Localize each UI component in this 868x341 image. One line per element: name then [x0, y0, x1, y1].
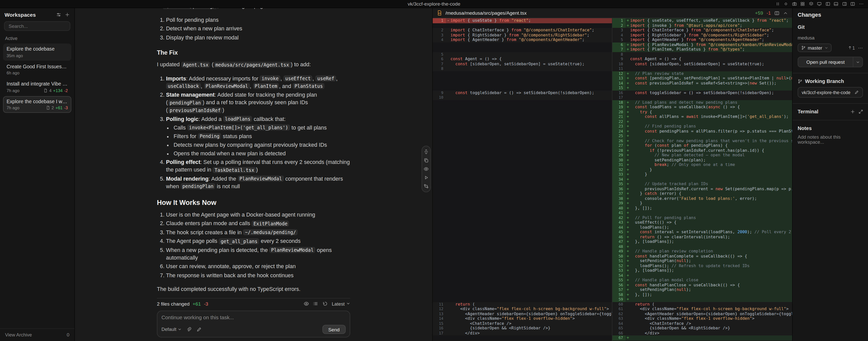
- pr-options-caret[interactable]: [853, 57, 862, 67]
- diff-line: 24+ const pendingPlans = allPlans.filter…: [612, 129, 792, 133]
- open-pull-request-button[interactable]: Open pull request: [798, 57, 863, 67]
- diff-line: 9const Agent = () => {: [612, 57, 792, 61]
- diff-line: 58+ }, []);: [612, 292, 792, 297]
- diff-line: 21+ const allPlans = await invoke<PlanIt…: [612, 114, 792, 119]
- sub-list-item: Filters for Pending status plans: [174, 132, 350, 140]
- stack-icon[interactable]: [809, 2, 813, 6]
- diff-filler-line: [433, 244, 612, 249]
- settings-icon[interactable]: [56, 12, 61, 17]
- chevron-down-icon: [824, 46, 828, 50]
- diff-line: 30+ setPendingPlan(plan);: [612, 158, 792, 162]
- files-changed-label[interactable]: 2 files changed: [157, 301, 190, 306]
- inline-code: Agent.tsx: [181, 61, 210, 67]
- message-composer[interactable]: Continue working on this task... Default…: [157, 311, 350, 337]
- diff-line: 67+: [612, 335, 792, 340]
- play-icon[interactable]: [424, 175, 429, 180]
- edit-icon[interactable]: [196, 327, 202, 332]
- eye-icon[interactable]: [424, 166, 429, 172]
- workspace-item[interactable]: Install and integrate Vibe Kanban Web...…: [3, 79, 71, 95]
- diff-line: 53+ }, [loadPlans]);: [612, 268, 792, 273]
- panel-bottom-icon[interactable]: [834, 2, 838, 6]
- inline-code: medusa/src/pages/Agent.tsx: [214, 61, 291, 67]
- branch-selector[interactable]: master: [798, 43, 832, 52]
- list-icon[interactable]: [313, 301, 318, 306]
- diff-line: 66 </div>: [612, 331, 792, 335]
- diff-filler-line: [433, 268, 612, 273]
- window-title: vk/3ccf-explore-the-code: [408, 1, 460, 7]
- chat-transcript[interactable]: npm run build 2>&1 | tail -80The build c…: [75, 8, 432, 298]
- diff-filler-line: [433, 283, 612, 287]
- camera-icon[interactable]: [792, 2, 797, 6]
- diff-filler-line: [433, 42, 612, 47]
- diff-editor[interactable]: 1-import { useState } from "react";2impo…: [433, 18, 792, 341]
- record-icon[interactable]: [783, 2, 788, 6]
- workspace-meta: 6h ago: [7, 70, 68, 75]
- undo-icon[interactable]: [322, 301, 328, 306]
- list-item: Poll for pending plans: [166, 16, 350, 24]
- diff-filler-line: [433, 143, 612, 148]
- unfold-icon[interactable]: [424, 149, 429, 154]
- diff-line: 20+ try {: [612, 110, 792, 114]
- list-item: Display the plan review modal: [166, 34, 350, 41]
- diff-filler-line: [433, 206, 612, 211]
- diff-filler-line: [433, 100, 612, 105]
- sub-list-item: Detects new plans by comparing against p…: [174, 141, 350, 149]
- workspace-list: Explore the codebase35m agoCreate Good F…: [0, 43, 74, 113]
- diff-line: 17: [612, 95, 792, 100]
- diff-filler-line: [433, 254, 612, 258]
- grid-icon[interactable]: [800, 2, 805, 6]
- panel-right-icon[interactable]: [842, 2, 847, 6]
- diff-line: 39+ }: [612, 201, 792, 206]
- more-icon[interactable]: [859, 2, 863, 6]
- view-archive-link[interactable]: View Archive: [5, 332, 32, 337]
- diff-filler-line: [433, 105, 612, 110]
- list-item: Imports: Added necessary imports for inv…: [166, 74, 350, 90]
- more-options-icon[interactable]: [858, 45, 863, 50]
- workspace-item[interactable]: Explore the codebase35m ago: [3, 43, 71, 60]
- composer-placeholder[interactable]: Continue working on this task...: [161, 315, 346, 320]
- files-count: 4: [49, 88, 52, 93]
- working-branch-field[interactable]: vk/3ccf-explore-the-code: [798, 87, 863, 98]
- diff-line: 40+ }, []);: [612, 206, 792, 211]
- git-compare-icon[interactable]: [424, 184, 429, 189]
- panel-left-icon[interactable]: [825, 2, 830, 6]
- new-terminal-icon[interactable]: [850, 109, 855, 114]
- commits-ahead: 1: [847, 45, 855, 50]
- diff-filler-line: [433, 110, 612, 114]
- diff-filler-line: [433, 335, 612, 340]
- section-heading: The Fix: [157, 49, 350, 57]
- collapse-diff-icon[interactable]: [783, 10, 788, 16]
- add-workspace-icon[interactable]: [65, 12, 70, 17]
- diff-filler-line: [433, 148, 612, 153]
- diff-filler-line: [433, 191, 612, 196]
- workspace-item[interactable]: Create Good First Issues on Github So...…: [3, 61, 71, 78]
- send-button[interactable]: Send: [322, 325, 346, 334]
- pause-icon[interactable]: [775, 2, 780, 6]
- sidebar-header: Workspaces: [0, 8, 74, 20]
- attach-icon[interactable]: [187, 327, 192, 332]
- inline-code: invoke: [260, 75, 280, 82]
- copy-icon[interactable]: [424, 158, 429, 163]
- mode-dropdown[interactable]: Default: [161, 327, 182, 332]
- workspace-item[interactable]: Explore the codebase I want you to ex...…: [3, 96, 71, 113]
- diff-line: 51+ setPendingPlan(null);: [612, 258, 792, 264]
- monitor-icon[interactable]: [817, 2, 822, 6]
- diff-new-pane: 1+import { useState, useEffect, useRef, …: [612, 18, 792, 341]
- diff-filler-line: [433, 292, 612, 297]
- edit-branch-icon[interactable]: [854, 90, 859, 95]
- diff-file-path[interactable]: /medusa/medusa/src/pages/Agent.tsx: [445, 10, 527, 16]
- search-input[interactable]: Search...: [4, 21, 70, 31]
- diff-line: 41+: [612, 211, 792, 215]
- expand-terminal-icon[interactable]: [858, 109, 863, 114]
- diff-filler-line: [433, 297, 612, 302]
- diff-line: 13+ const [pendingPlan, setPendingPlan] …: [612, 76, 792, 81]
- diff-filler-line: [433, 230, 612, 235]
- divider: [793, 103, 868, 104]
- columns-icon[interactable]: [850, 2, 855, 6]
- bullet-sublist: Calls invoke<PlanItem[]>('get_all_plans'…: [166, 124, 350, 157]
- version-dropdown[interactable]: Latest: [332, 301, 350, 306]
- diff-line: 14+ const previousPlanIdsRef = useRef<Se…: [612, 81, 792, 86]
- eye-icon[interactable]: [304, 301, 309, 306]
- split-view-icon[interactable]: [774, 10, 779, 16]
- notes-placeholder[interactable]: Add notes about this workspace...: [798, 134, 863, 145]
